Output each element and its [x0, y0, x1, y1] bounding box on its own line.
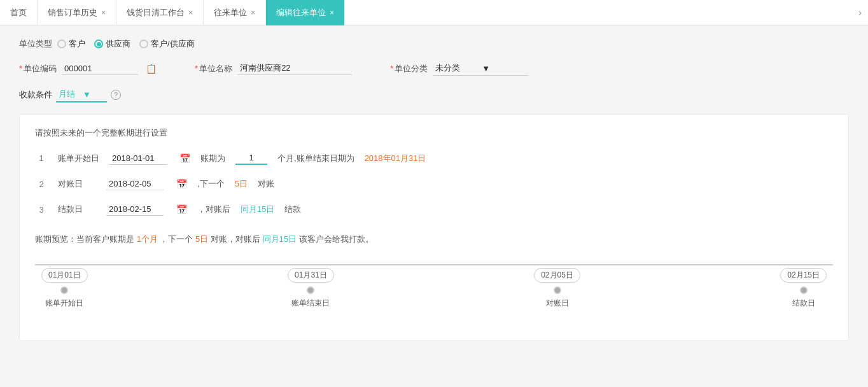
unit-code-action-icon[interactable]: 📋	[146, 64, 157, 74]
timeline-dot-3	[800, 286, 808, 294]
close-tab-cash-workbench[interactable]: ×	[188, 8, 193, 17]
bill-start-cal-icon[interactable]: 📅	[179, 153, 190, 164]
unit-info-row: *单位编码 📋 *单位名称 *单位分类 未分类 ▼	[19, 61, 849, 76]
unit-category-field: *单位分类 未分类 ▼	[390, 61, 528, 76]
period-value-input[interactable]	[235, 151, 267, 165]
section-title: 请按照未来的一个完整帐期进行设置	[35, 127, 833, 139]
payment-date-input[interactable]	[106, 203, 164, 216]
tab-counterparty-label: 往来单位	[214, 7, 247, 18]
timeline-label-2: 对账日	[546, 298, 569, 309]
unit-type-field: 单位类型 客户 供应商 客户/供应商	[19, 38, 195, 50]
radio-both-label: 客户/供应商	[151, 38, 195, 50]
timeline-dot-2	[554, 286, 561, 294]
unit-name-input[interactable]	[237, 62, 352, 75]
unit-code-label: *单位编码	[19, 63, 57, 74]
unit-category-dropdown-icon: ▼	[482, 64, 526, 73]
reconcile-label: 对账日	[58, 178, 96, 190]
period-label: 账期为	[200, 153, 225, 164]
payment-cond-row: 收款条件 月结 ▼ ?	[19, 87, 849, 102]
period-end-date: 2018年01月31日	[365, 153, 426, 164]
unit-type-row: 单位类型 客户 供应商 客户/供应商	[19, 38, 849, 50]
unit-category-value: 未分类	[435, 62, 479, 74]
close-tab-counterparty[interactable]: ×	[251, 8, 255, 17]
tabs-expand-button[interactable]: ›	[852, 7, 868, 18]
radio-both[interactable]: 客户/供应商	[139, 38, 195, 50]
tab-home[interactable]: 首页	[0, 0, 38, 25]
payment-cond-field: 收款条件 月结 ▼ ?	[19, 87, 121, 102]
payment-row: 3 结款日 📅 ，对账后 同月15日 结款	[35, 203, 833, 216]
tab-sales-history[interactable]: 销售订单历史 ×	[38, 0, 116, 25]
tab-home-label: 首页	[10, 7, 27, 18]
preview-text: 账期预览：当前客户账期是 1个月 ，下一个 5日 对账，对账后 同月15日 该客…	[35, 229, 833, 245]
row-num-1: 1	[35, 153, 48, 163]
unit-category-label: *单位分类	[390, 63, 428, 74]
bill-start-date-input[interactable]	[109, 152, 167, 165]
timeline-date-2: 02月05日	[534, 268, 580, 283]
preview-prefix: 账期预览：当前客户账期是	[35, 234, 134, 244]
payment-cond-select[interactable]: 月结 ▼	[56, 87, 107, 102]
timeline-nodes: 01月01日 账单开始日 01月31日 账单结束日 02月05日 对账日 02月…	[41, 268, 827, 309]
timeline-date-0: 01月01日	[41, 268, 88, 283]
reconcile-row: 2 对账日 📅 ,下一个 5日 对账	[35, 178, 833, 190]
timeline-date-3: 02月15日	[780, 268, 827, 283]
bill-start-row: 1 账单开始日 📅 账期为 个月,账单结束日期为 2018年01月31日	[35, 151, 833, 165]
close-tab-sales-history[interactable]: ×	[101, 8, 106, 17]
timeline-dot-1	[307, 286, 314, 294]
payment-cond-value: 月结	[59, 88, 80, 100]
tab-counterparty[interactable]: 往来单位 ×	[204, 0, 266, 25]
timeline-label-1: 账单结束日	[291, 298, 330, 309]
bill-start-label: 账单开始日	[58, 153, 99, 164]
unit-name-field: *单位名称	[195, 62, 352, 75]
payment-desc-prefix: ，对账后	[197, 204, 230, 215]
period-unit-text: 个月,账单结束日期为	[277, 153, 354, 164]
settings-section: 请按照未来的一个完整帐期进行设置 1 账单开始日 📅 账期为 个月,账单结束日期…	[19, 114, 849, 341]
unit-category-select[interactable]: 未分类 ▼	[433, 61, 528, 76]
row-num-2: 2	[35, 179, 48, 189]
timeline-date-1: 01月31日	[288, 268, 334, 283]
close-tab-edit-counterparty[interactable]: ×	[330, 8, 334, 17]
preview-mid: 对账，对账后	[211, 234, 260, 244]
radio-both-circle	[139, 39, 148, 48]
row-num-3: 3	[35, 205, 48, 215]
unit-type-radio-group: 客户 供应商 客户/供应商	[57, 38, 195, 50]
radio-customer-circle	[57, 39, 66, 48]
preview-part1: 1个月	[137, 234, 158, 244]
radio-supplier-circle	[94, 39, 103, 48]
timeline-node-1: 01月31日 账单结束日	[288, 268, 334, 309]
payment-cond-dropdown-icon: ▼	[83, 90, 104, 99]
unit-code-field: *单位编码 📋	[19, 62, 157, 75]
timeline-node-2: 02月05日 对账日	[534, 268, 580, 309]
radio-customer[interactable]: 客户	[57, 38, 85, 50]
tab-cash-workbench-label: 钱货日清工作台	[127, 7, 185, 18]
timeline-dot-0	[60, 286, 68, 294]
radio-supplier-label: 供应商	[106, 38, 130, 50]
reconcile-date-input[interactable]	[106, 178, 164, 190]
unit-type-label: 单位类型	[19, 38, 52, 50]
help-icon[interactable]: ?	[111, 90, 121, 100]
reconcile-cal-icon[interactable]: 📅	[176, 179, 187, 189]
timeline-line	[35, 264, 833, 265]
payment-desc-highlight: 同月15日	[241, 204, 274, 215]
timeline-node-0: 01月01日 账单开始日	[41, 268, 88, 309]
preview-suffix: 该客户会给我打款。	[299, 234, 374, 244]
timeline-node-3: 02月15日 结款日	[780, 268, 827, 309]
preview-comma: ，下一个	[160, 234, 193, 244]
radio-customer-label: 客户	[69, 38, 85, 50]
tab-edit-counterparty[interactable]: 编辑往来单位 ×	[266, 0, 345, 25]
timeline-container: 01月01日 账单开始日 01月31日 账单结束日 02月05日 对账日 02月…	[35, 255, 833, 328]
reconcile-desc-prefix: ,下一个	[197, 178, 225, 190]
payment-desc-suffix: 结款	[284, 204, 301, 215]
unit-code-input[interactable]	[62, 62, 138, 75]
radio-supplier[interactable]: 供应商	[94, 38, 130, 50]
payment-cond-label: 收款条件	[19, 89, 52, 101]
timeline-label-0: 账单开始日	[45, 298, 83, 309]
payment-label: 结款日	[58, 204, 96, 215]
tab-sales-history-label: 销售订单历史	[48, 7, 97, 18]
preview-part2: 5日	[195, 234, 208, 244]
preview-part3: 同月15日	[263, 234, 297, 244]
tabs-bar: 首页 销售订单历史 × 钱货日清工作台 × 往来单位 × 编辑往来单位 × ›	[0, 0, 868, 25]
payment-cal-icon[interactable]: 📅	[176, 204, 187, 215]
main-content: 单位类型 客户 供应商 客户/供应商 *单位编码 📋	[0, 25, 868, 382]
reconcile-desc-suffix: 对账	[258, 178, 274, 190]
tab-cash-workbench[interactable]: 钱货日清工作台 ×	[116, 0, 204, 25]
